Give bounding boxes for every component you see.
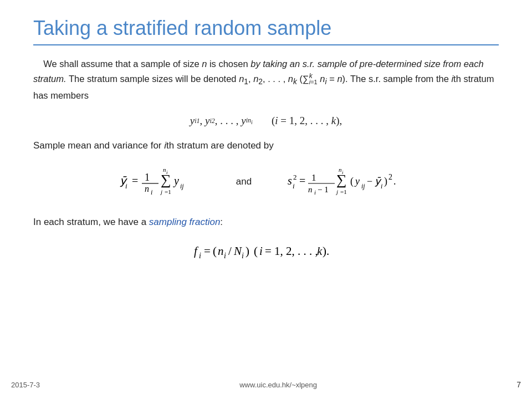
svg-text:s: s [288,175,292,187]
section-label: Sample mean and variance for ith stratum… [33,139,499,153]
svg-text:).: ). [323,244,329,258]
footer: 2015-7-3 www.uic.edu.hk/~xlpeng 7 [0,380,532,389]
svg-text:n: n [308,185,313,194]
svg-text:−: − [367,176,372,187]
svg-text:i: i [381,182,382,190]
slide: Taking a stratified random sample We sha… [0,0,532,399]
svg-text:2: 2 [388,173,392,181]
svg-text:/: / [228,244,232,258]
svg-text:∑: ∑ [161,172,171,188]
intro-paragraph: We shall assume that a sample of size n … [33,57,499,103]
svg-text:(: ( [350,176,354,187]
svg-text:=: = [204,244,211,258]
svg-text:=1: =1 [340,188,347,195]
mean-formula-svg: ȳ i = 1 n i n i ∑ j =1 y ij [114,160,203,204]
svg-text:n: n [145,184,149,193]
svg-text:j: j [335,188,338,195]
svg-text:y: y [173,175,179,187]
svg-text:∑: ∑ [336,172,347,188]
and-word: and [236,175,252,189]
mean-formula: ȳ i = 1 n i n i ∑ j =1 y ij [114,160,203,204]
svg-text:i: i [224,252,226,260]
svg-text:f: f [194,244,199,258]
svg-text:=: = [299,175,305,187]
fi-formula-svg: f i = ( n i / N i ) ( i = 1, 2, . . . , … [188,236,344,263]
svg-text:= 1, 2, . . . ,: = 1, 2, . . . , [265,244,318,258]
svg-text:i: i [199,252,201,260]
svg-text:(: ( [213,244,217,258]
fi-formula: f i = ( n i / N i ) ( i = 1, 2, . . . , … [33,236,499,263]
svg-text:2: 2 [293,173,297,181]
variance-formula: s 2 i = 1 n i − 1 n i ∑ j =1 [285,160,418,204]
svg-text:1: 1 [311,172,316,183]
slide-title: Taking a stratified random sample [33,17,499,45]
footer-url: www.uic.edu.hk/~xlpeng [239,381,317,389]
svg-text:j: j [160,188,162,195]
svg-text:i: i [125,182,127,190]
slide-content: We shall assume that a sample of size n … [33,57,499,263]
svg-text:=1: =1 [165,188,171,195]
svg-text:i: i [293,182,295,190]
svg-text:1: 1 [145,172,150,183]
footer-date: 2015-7-3 [11,381,40,389]
svg-text:n: n [218,244,224,258]
svg-text:.: . [393,176,396,187]
svg-text:): ) [384,176,387,187]
svg-text:N: N [233,244,242,258]
svg-text:k: k [317,244,323,258]
svg-text:i: i [151,188,152,196]
svg-text:y: y [354,176,360,187]
svg-text:i: i [259,244,263,258]
formulas-row: ȳ i = 1 n i n i ∑ j =1 y ij [33,160,499,204]
svg-text:ij: ij [361,182,365,190]
sampling-fraction-text: sampling fraction [149,217,221,227]
footer-page: 7 [516,380,521,389]
svg-text:i: i [242,252,244,260]
svg-text:=: = [132,175,138,187]
sample-members-formula: yi1, yi2, . . . , yini (i = 1, 2, . . . … [33,113,499,129]
sampling-fraction-label: In each stratum, we have a sampling frac… [33,215,499,229]
svg-text:i: i [314,189,316,196]
variance-formula-svg: s 2 i = 1 n i − 1 n i ∑ j =1 [285,160,418,204]
svg-text:− 1: − 1 [318,185,329,194]
svg-text:(: ( [254,244,258,258]
svg-text:): ) [245,244,249,258]
svg-text:ij: ij [180,182,184,190]
